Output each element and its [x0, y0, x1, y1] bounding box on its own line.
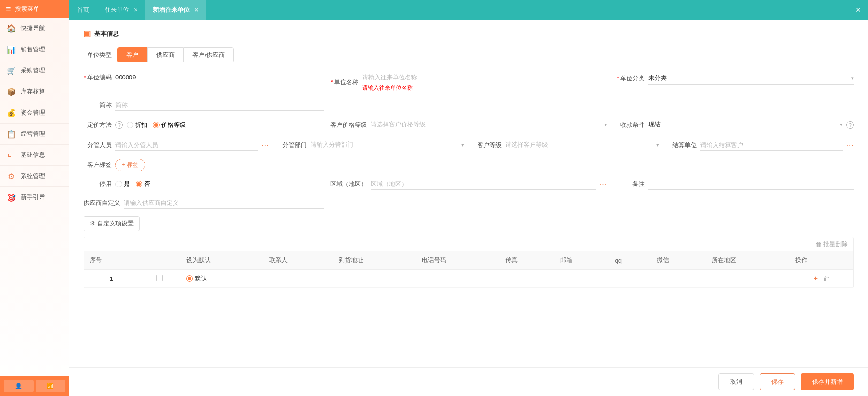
region-more-btn[interactable]: ··· [600, 180, 607, 188]
default-radio[interactable]: 默认 [186, 274, 259, 283]
customer-price-level-group: 客户价格等级 请选择客户价格等级 ▾ [330, 118, 607, 131]
table-delete-row-button[interactable]: 🗑 [823, 275, 830, 282]
customer-price-level-select[interactable]: 请选择客户价格等级 ▾ [371, 118, 607, 131]
cell-ops: + 🗑 [790, 270, 853, 288]
unit-name-label: *单位名称 [330, 78, 358, 86]
settlement-unit-more-btn[interactable]: ··· [846, 141, 854, 149]
cell-wechat [651, 270, 706, 288]
sidebar-label-basics: 基础信息 [21, 151, 45, 159]
add-tag-label: + 标签 [122, 161, 139, 169]
contacts-table-wrapper: 🗑 批量删除 序号 设为默认 联系人 到货地址 电话号码 传真 邮箱 qq [84, 237, 854, 288]
sidebar-label-guide: 新手引导 [21, 193, 45, 202]
table-header-row: 序号 设为默认 联系人 到货地址 电话号码 传真 邮箱 qq 微信 所在地区 操… [84, 251, 853, 270]
customer-level-dropdown-icon: ▾ [656, 142, 659, 148]
system-icon: ⚙ [7, 171, 16, 181]
manager-input[interactable] [115, 140, 258, 151]
home-icon: 🏠 [7, 23, 16, 33]
tab-new-partner-close[interactable]: × [194, 6, 198, 14]
pricing-method-group: 定价方法 ? 折扣 价格等级 [84, 121, 321, 129]
cell-region [706, 270, 790, 288]
unit-type-customer[interactable]: 客户 [117, 47, 147, 62]
sidebar-item-finance[interactable]: 💰 资金管理 [0, 102, 69, 124]
disable-radio-yes-outer [115, 181, 122, 187]
supplier-custom-input[interactable] [124, 197, 324, 209]
customer-level-select[interactable]: 请选择客户等级 ▾ [505, 139, 659, 151]
department-select[interactable]: 请输入分管部门 ▾ [311, 139, 464, 151]
sidebar-bottom-btn-2[interactable]: 📶 [36, 380, 66, 392]
customer-price-level-placeholder: 请选择客户价格等级 [371, 120, 602, 129]
custom-settings-area: ⚙ 自定义项设置 [84, 216, 854, 231]
col-phone: 电话号码 [416, 251, 500, 270]
sidebar-bottom-btn-1[interactable]: 👤 [4, 380, 34, 392]
section-icon: ▣ [84, 29, 91, 38]
sidebar-item-system[interactable]: ⚙ 系统管理 [0, 166, 69, 187]
batch-delete-icon: 🗑 [815, 241, 822, 248]
region-input[interactable] [371, 179, 596, 190]
remarks-input[interactable] [648, 179, 854, 190]
short-name-input[interactable] [115, 100, 324, 111]
tab-new-partner-label: 新增往来单位 [153, 6, 190, 14]
purchase-icon: 🛒 [7, 66, 16, 75]
disable-radio-no[interactable]: 否 [136, 180, 150, 188]
unit-name-wrapper: 请输入往来单位名称 [362, 72, 607, 92]
unit-type-supplier[interactable]: 供应商 [147, 47, 183, 62]
row-checkbox[interactable] [156, 275, 163, 281]
add-tag-button[interactable]: + 标签 [115, 159, 145, 171]
cell-contact [264, 270, 333, 288]
cell-qq [609, 270, 652, 288]
window-close-button[interactable]: × [848, 0, 868, 20]
tab-new-partner[interactable]: 新增往来单位 × [145, 0, 206, 20]
finance-icon: 💰 [7, 108, 16, 117]
payment-terms-help-icon[interactable]: ? [846, 121, 854, 129]
cell-seq: 1 [84, 270, 139, 288]
unit-type-both[interactable]: 客户/供应商 [183, 47, 234, 62]
custom-settings-button[interactable]: ⚙ 自定义项设置 [84, 216, 140, 231]
save-button[interactable]: 保存 [760, 373, 795, 390]
payment-terms-dropdown-icon: ▾ [840, 122, 843, 128]
short-name-row: 简称 [84, 100, 854, 111]
sidebar-search[interactable]: ☰ 搜索菜单 [0, 0, 69, 18]
table-head: 序号 设为默认 联系人 到货地址 电话号码 传真 邮箱 qq 微信 所在地区 操… [84, 251, 853, 270]
sidebar-item-operations[interactable]: 📋 经营管理 [0, 124, 69, 145]
manager-more-btn[interactable]: ··· [261, 141, 269, 149]
sidebar-item-purchase[interactable]: 🛒 采购管理 [0, 60, 69, 81]
department-dropdown-icon: ▾ [461, 142, 464, 148]
sidebar-item-quick-nav[interactable]: 🏠 快捷导航 [0, 18, 69, 39]
bottom-bar: 取消 保存 保存并新增 [69, 367, 868, 396]
payment-terms-value: 现结 [648, 120, 838, 129]
pricing-radio-level[interactable]: 价格等级 [153, 121, 186, 129]
sidebar-item-basics[interactable]: 🗂 基础信息 [0, 145, 69, 166]
payment-terms-select[interactable]: 现结 ▾ [648, 118, 843, 131]
sidebar-label-operations: 经营管理 [21, 130, 45, 138]
sidebar-item-guide[interactable]: 🎯 新手引导 [0, 187, 69, 208]
remarks-label: 备注 [617, 180, 645, 188]
unit-name-input[interactable] [362, 72, 607, 83]
col-email: 邮箱 [555, 251, 609, 270]
disable-radio-yes[interactable]: 是 [115, 180, 130, 188]
table-add-row-button[interactable]: + [814, 274, 818, 282]
code-name-category-row: *单位编码 *单位名称 请输入往来单位名称 *单位分类 未分类 [84, 72, 854, 92]
unit-code-input[interactable] [115, 72, 321, 83]
pricing-radio-discount[interactable]: 折扣 [127, 121, 147, 129]
sidebar-item-inventory[interactable]: 📦 库存核算 [0, 81, 69, 102]
contacts-table: 序号 设为默认 联系人 到货地址 电话号码 传真 邮箱 qq 微信 所在地区 操… [84, 251, 853, 288]
cell-checkbox[interactable] [139, 270, 181, 288]
default-radio-outer [186, 275, 193, 282]
tab-home[interactable]: 首页 [69, 0, 97, 20]
unit-category-select[interactable]: 未分类 ▾ [648, 72, 854, 85]
save-new-button[interactable]: 保存并新增 [801, 373, 854, 390]
customer-tags-group: 客户标签 + 标签 [84, 159, 854, 171]
sidebar-item-sales[interactable]: 📊 销售管理 [0, 39, 69, 60]
cancel-button[interactable]: 取消 [718, 373, 754, 390]
col-checkbox [139, 251, 181, 270]
department-placeholder: 请输入分管部门 [311, 140, 460, 149]
sidebar-label-system: 系统管理 [21, 172, 45, 180]
cell-default: 默认 [181, 270, 264, 288]
settlement-unit-input[interactable] [700, 140, 843, 151]
batch-delete-button[interactable]: 🗑 批量删除 [815, 240, 848, 248]
tab-partners-close[interactable]: × [134, 6, 137, 14]
tab-partners[interactable]: 往来单位 × [97, 0, 145, 20]
customer-price-level-dropdown-icon: ▾ [604, 122, 607, 128]
unit-code-group: *单位编码 [84, 72, 321, 83]
pricing-help-icon[interactable]: ? [115, 121, 123, 129]
